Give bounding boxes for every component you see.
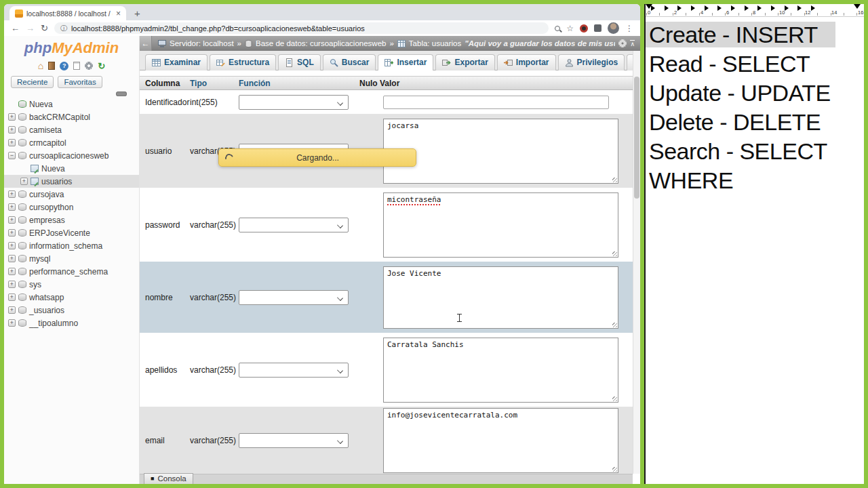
expand-icon[interactable]: + [8, 319, 16, 327]
tree-item-cursoaplicacionesweb[interactable]: −cursoaplicacionesweb [4, 149, 139, 162]
expand-icon[interactable]: + [8, 126, 16, 134]
browser-window: localhost:8888 / localhost / cu × + ← → … [4, 4, 640, 484]
favorites-button[interactable]: Favoritas [58, 76, 102, 88]
reload-icon[interactable]: ↻ [41, 24, 48, 33]
breadcrumb-table[interactable]: Tabla: usuarios [409, 39, 461, 47]
extensions-puzzle-icon[interactable] [594, 24, 601, 32]
tree-item-erpjosevicente[interactable]: +ERPJoseVicente [4, 226, 139, 239]
forward-icon[interactable]: → [26, 24, 35, 33]
new-tab-button[interactable]: + [134, 7, 140, 20]
tab-exportar[interactable]: Exportar [435, 54, 494, 70]
value-input[interactable] [383, 96, 609, 109]
value-textarea[interactable]: Carratala Sanchis [383, 338, 618, 403]
loading-toast: Cargando... [218, 148, 416, 167]
expand-icon[interactable]: + [8, 281, 16, 288]
tree-item-nueva-db[interactable]: Nueva [4, 98, 139, 110]
collapse-panel-icon[interactable]: ∧ [630, 40, 635, 47]
expand-icon[interactable]: + [8, 216, 16, 224]
tab-privilegios[interactable]: Privilegios [558, 54, 625, 70]
recent-button[interactable]: Reciente [11, 76, 54, 88]
browser-tab[interactable]: localhost:8888 / localhost / cu × [9, 6, 126, 20]
tree-item-camiseta[interactable]: +camiseta [4, 123, 139, 136]
notes-text[interactable]: Create - INSERT Read - SELECT Update - U… [646, 17, 864, 195]
function-select[interactable] [239, 433, 349, 448]
content-scrollbar[interactable] [633, 51, 640, 474]
header-funcion[interactable]: Función [239, 79, 359, 88]
right-indent-marker[interactable] [854, 4, 861, 9]
function-select[interactable] [239, 290, 349, 305]
notes-panel[interactable]: 0 2 4 6 8 10 12 14 16 Create - INSERT Re… [644, 4, 864, 484]
tab-sql[interactable]: SQL [278, 54, 321, 70]
function-select[interactable] [239, 95, 349, 110]
bookmark-star-icon[interactable]: ☆ [566, 24, 574, 33]
refresh-icon[interactable]: ↻ [98, 62, 105, 70]
extension-icon[interactable] [580, 24, 588, 33]
tree-item-information-schema[interactable]: +information_schema [4, 239, 139, 252]
tree-item-nueva-table[interactable]: Nueva [4, 162, 139, 175]
resize-grip-icon[interactable] [612, 178, 617, 182]
collapse-icon[interactable]: − [8, 152, 16, 159]
tree-item-mysql[interactable]: +mysql [4, 252, 139, 265]
tree-item-whatsapp[interactable]: +whatsapp [4, 291, 139, 304]
expand-icon[interactable]: + [8, 229, 16, 237]
expand-icon[interactable]: + [8, 306, 16, 314]
tree-item-cursojava[interactable]: +cursojava [4, 188, 139, 201]
breadcrumb-back-icon[interactable]: ← [140, 36, 152, 51]
expand-icon[interactable]: + [8, 255, 16, 262]
settings-gear-icon[interactable] [85, 62, 93, 70]
breadcrumb-server[interactable]: Servidor: localhost [170, 39, 234, 47]
tree-item-cursopython[interactable]: +cursopython [4, 201, 139, 214]
browser-menu-icon[interactable]: ⋮ [625, 24, 633, 33]
tree-item-sys[interactable]: +sys [4, 278, 139, 291]
docs-icon[interactable] [73, 62, 80, 70]
zoom-icon[interactable] [555, 26, 560, 31]
address-bar[interactable]: ⓘ localhost:8888/phpmyadmin2/tbl_change.… [54, 22, 549, 34]
function-select[interactable] [239, 218, 349, 232]
expand-icon[interactable]: + [8, 293, 16, 301]
resize-grip-icon[interactable] [612, 251, 617, 256]
breadcrumb-database[interactable]: Base de datos: cursoaplicacionesweb [256, 39, 386, 47]
resize-grip-icon[interactable] [612, 323, 617, 327]
tree-item-empresas[interactable]: +empresas [4, 214, 139, 226]
value-textarea[interactable]: Jose Vicente [383, 266, 618, 329]
tree-item--usuarios[interactable]: +_usuarios [4, 304, 139, 317]
profile-avatar[interactable] [608, 22, 619, 34]
value-textarea[interactable]: jocarsa [383, 119, 618, 184]
home-icon[interactable]: ⌂ [38, 61, 43, 70]
expand-icon[interactable]: + [8, 190, 16, 198]
scrollbar-thumb[interactable] [634, 77, 639, 199]
tree-item--tipoalumno[interactable]: +__tipoalumno [4, 317, 139, 329]
value-textarea[interactable]: micontraseña [383, 192, 618, 258]
tab-examinar[interactable]: Examinar [145, 54, 208, 70]
back-icon[interactable]: ← [11, 24, 20, 33]
expand-icon[interactable]: + [8, 113, 16, 121]
tab-importar[interactable]: Importar [497, 54, 556, 70]
tab-estructura[interactable]: Estructura [210, 54, 276, 70]
tree-item-performance-schema[interactable]: +performance_schema [4, 265, 139, 278]
tree-item-usuarios[interactable]: +usuarios [4, 175, 139, 188]
tab-insertar[interactable]: Insertar [378, 54, 433, 70]
help-icon[interactable]: ? [60, 62, 68, 70]
value-textarea[interactable]: info@josevicentecarratala.com [383, 408, 618, 473]
tab-close-icon[interactable]: × [116, 9, 121, 18]
function-select[interactable] [239, 363, 349, 378]
tab-buscar[interactable]: Buscar [323, 54, 376, 70]
database-icon [18, 126, 26, 134]
resize-grip-icon[interactable] [612, 467, 617, 472]
tree-item-backcrmcapitol[interactable]: +backCRMCapitol [4, 110, 139, 123]
sidebar-collapse-handle[interactable] [116, 92, 127, 96]
expand-icon[interactable]: + [20, 178, 28, 185]
tree-item-crmcapitol[interactable]: +crmcapitol [4, 136, 139, 149]
header-nulo: Nulo [359, 79, 380, 88]
logout-icon[interactable] [48, 62, 55, 70]
expand-icon[interactable]: + [8, 203, 16, 211]
page-info-icon[interactable]: ⓘ [60, 24, 67, 33]
gear-icon[interactable] [618, 39, 627, 47]
header-tipo[interactable]: Tipo [190, 79, 239, 88]
expand-icon[interactable]: + [8, 139, 16, 146]
console-tab[interactable]: ■ Consola [144, 473, 193, 484]
resize-grip-icon[interactable] [612, 396, 617, 401]
phpmyadmin-logo[interactable]: phpMyAdmin [4, 36, 139, 57]
expand-icon[interactable]: + [8, 242, 16, 249]
expand-icon[interactable]: + [8, 268, 16, 275]
